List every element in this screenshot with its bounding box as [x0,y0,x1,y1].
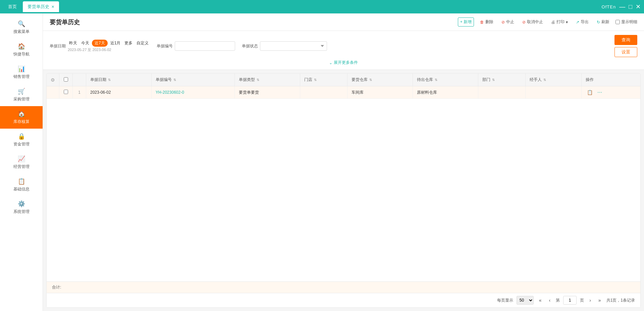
date-yesterday[interactable]: 昨天 [68,40,78,46]
filter-row: 单据日期 昨天 今天 近7天 近1月 更多 自定义 2023-05-27 至 2… [50,35,637,57]
tab-requisition-history[interactable]: 要货单历史 ✕ [23,1,59,12]
row-ops-cell: 📋 ⋯ [582,86,640,99]
export-button[interactable]: ↗ 导出 [574,18,591,26]
sidebar-item-quick-nav[interactable]: 🏠 快捷导航 [0,39,43,61]
sidebar-item-inventory-calc-label: 库存核算 [13,119,30,125]
last-page-button[interactable]: » [596,297,603,304]
col-handler[interactable]: 经手人 ⇅ [525,74,582,86]
page-input[interactable] [563,296,577,305]
top-bar: 首页 要货单历史 ✕ OfTEn — □ ✕ [0,0,644,13]
date-shortcuts: 昨天 今天 近7天 近1月 更多 自定义 2023-05-27 至 2023-0… [68,40,150,52]
col-store[interactable]: 门店 ⇅ [300,74,347,86]
prev-page-button[interactable]: ‹ [547,297,553,304]
sidebar-item-operations-mgmt-label: 经营管理 [13,164,30,170]
operations-mgmt-icon: 📈 [18,155,25,163]
col-req-warehouse[interactable]: 要货仓库 ⇅ [347,74,413,86]
date-filter-label: 单据日期 [50,43,66,49]
expand-more-btn[interactable]: ⌄ 展开更多条件 [50,60,637,65]
date-today[interactable]: 今天 [80,40,91,46]
refresh-button-label: 刷新 [601,19,609,25]
add-button[interactable]: + 新增 [458,17,474,27]
filter-area: 单据日期 昨天 今天 近7天 近1月 更多 自定义 2023-05-27 至 2… [43,31,644,70]
stop-icon: ⊘ [501,20,505,25]
close-tab-icon[interactable]: ✕ [51,5,54,9]
main-content: 要货单历史 + 新增 🗑 删除 ⊘ 中止 ⊘ 取消中止 🖨 [43,13,644,311]
page-label: 第 [556,298,560,303]
row-doc-type-cell: 要货单要货 [234,86,300,99]
stop-button-label: 中止 [506,19,514,25]
basic-info-icon: 📋 [18,178,25,185]
row-ops-container: 📋 ⋯ [586,89,636,96]
delete-icon: 🗑 [480,20,484,25]
row-num-cell: 1 [73,86,86,99]
sidebar-item-purchase-mgmt[interactable]: 🛒 采购管理 [0,84,43,106]
first-page-button[interactable]: « [537,297,544,304]
row-doc-date: 2023-06-02 [90,90,111,95]
brand-label: OfTEn [602,4,616,9]
next-page-button[interactable]: › [587,297,593,304]
doc-no-input[interactable] [175,41,235,51]
col-doc-date[interactable]: 单据日期 ⇅ [86,74,152,86]
row-pending-warehouse: 原材料仓库 [417,90,437,95]
col-pending-warehouse[interactable]: 待出仓库 ⇅ [413,74,478,86]
tab-home[interactable]: 首页 [3,1,21,12]
row-more-button[interactable]: ⋯ [596,89,603,96]
table-wrap: ⚙ 单据日期 ⇅ 单据编号 [47,74,640,281]
header-actions: + 新增 🗑 删除 ⊘ 中止 ⊘ 取消中止 🖨 打印 ▾ [458,17,637,27]
minimize-icon[interactable]: — [619,3,625,10]
maximize-icon[interactable]: □ [629,3,632,10]
sidebar-item-sales-mgmt-label: 销售管理 [13,74,30,80]
refresh-icon: ↻ [597,20,600,25]
per-page-select[interactable]: 50 20 100 200 [517,296,534,305]
row-view-button[interactable]: 📋 [586,89,594,96]
row-checkbox[interactable] [64,90,68,94]
page-title: 要货单历史 [50,18,80,26]
main-layout: 🔍 搜索菜单 🏠 快捷导航 📊 销售管理 🛒 采购管理 🏠 库存核算 🔒 资金管… [0,13,644,311]
show-detail-checkbox[interactable] [615,20,620,24]
delete-button[interactable]: 🗑 删除 [478,18,495,26]
system-mgmt-icon: ⚙️ [18,200,25,208]
cancel-stop-button-label: 取消中止 [527,19,543,25]
col-doc-no[interactable]: 单据编号 ⇅ [152,74,235,86]
sidebar-item-operations-mgmt[interactable]: 📈 经营管理 [0,151,43,174]
query-button[interactable]: 查询 [614,35,637,45]
col-department[interactable]: 部门 ⇅ [478,74,525,86]
col-doc-type[interactable]: 单据类型 ⇅ [234,74,300,86]
row-doc-date-cell: 2023-06-02 [86,86,152,99]
sidebar-item-purchase-mgmt-label: 采购管理 [13,96,30,102]
sidebar-item-basic-info[interactable]: 📋 基础信息 [0,174,43,196]
sort-doc-no-icon: ⇅ [173,78,176,82]
sidebar-item-inventory-calc[interactable]: 🏠 库存核算 [0,106,43,129]
sidebar-item-system-mgmt[interactable]: ⚙️ 系统管理 [0,196,43,219]
export-button-label: 导出 [581,19,589,25]
table-header: ⚙ 单据日期 ⇅ 单据编号 [47,74,640,86]
date-custom[interactable]: 自定义 [135,40,150,46]
show-detail-checkbox-label[interactable]: 显示明细 [615,19,637,25]
sidebar-item-funds-mgmt[interactable]: 🔒 资金管理 [0,129,43,151]
status-select[interactable] [260,41,327,51]
row-num: 1 [78,90,80,95]
sort-doc-date-icon: ⇅ [108,78,111,82]
add-button-label: + 新增 [460,19,472,25]
sort-department-icon: ⇅ [492,78,495,82]
window-close-icon[interactable]: ✕ [636,3,641,10]
sort-req-warehouse-icon: ⇅ [369,78,372,82]
select-all-checkbox[interactable] [64,77,68,82]
column-settings-icon[interactable]: ⚙ [51,77,55,83]
settings-button[interactable]: 设置 [614,47,637,57]
print-button[interactable]: 🖨 打印 ▾ [549,18,570,26]
sidebar-item-system-mgmt-label: 系统管理 [13,209,30,215]
date-last1month[interactable]: 近1月 [109,40,122,46]
sidebar-item-search-menu[interactable]: 🔍 搜索菜单 [0,16,43,39]
row-doc-no-link[interactable]: YH-20230602-0 [156,90,184,95]
refresh-button[interactable]: ↻ 刷新 [595,18,611,26]
sidebar-item-sales-mgmt[interactable]: 📊 销售管理 [0,61,43,84]
cancel-stop-button[interactable]: ⊘ 取消中止 [520,18,545,26]
stop-button[interactable]: ⊘ 中止 [499,18,516,26]
sidebar: 🔍 搜索菜单 🏠 快捷导航 📊 销售管理 🛒 采购管理 🏠 库存核算 🔒 资金管… [0,13,43,311]
sort-store-icon: ⇅ [314,78,317,82]
date-more[interactable]: 更多 [123,40,134,46]
row-store-cell [300,86,347,99]
col-store-label: 门店 [304,77,312,82]
date-last7days[interactable]: 近7天 [92,40,108,47]
